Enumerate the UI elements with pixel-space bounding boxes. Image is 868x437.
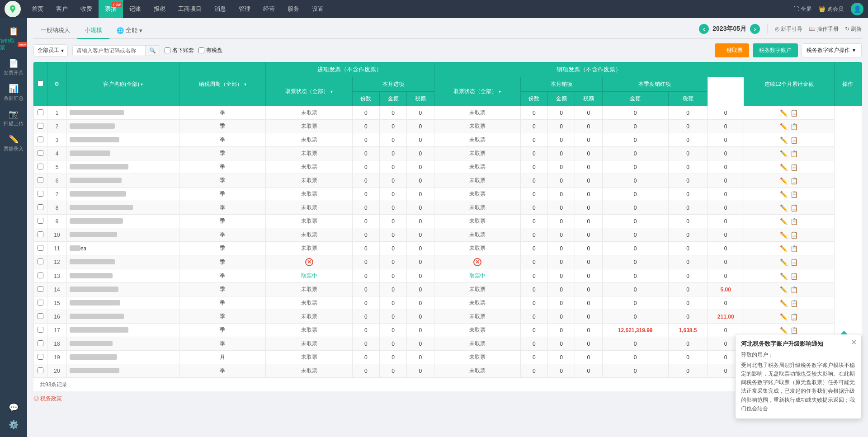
row-checkbox[interactable] — [38, 204, 43, 210]
account-checkbox[interactable] — [165, 47, 170, 53]
copy-icon[interactable]: 📋 — [790, 218, 798, 225]
settings-icon[interactable]: ⚙ — [54, 81, 59, 87]
copy-icon[interactable]: 📋 — [790, 123, 798, 130]
nav-business[interactable]: 工商项目 — [172, 0, 208, 18]
row-checkbox[interactable] — [38, 327, 43, 333]
sidebar-item-invoice-summary[interactable]: 📊 票据汇总 — [0, 80, 27, 105]
filter-icon[interactable]: ▾ — [141, 82, 143, 87]
edit-icon[interactable]: ✏️ — [780, 191, 788, 198]
search-input[interactable] — [73, 46, 145, 56]
tax-disk-checkbox[interactable] — [198, 47, 204, 53]
row-checkbox[interactable] — [38, 286, 43, 292]
edit-icon[interactable]: ✏️ — [780, 218, 788, 225]
tab-small-scale[interactable]: 小规模 — [77, 23, 109, 39]
edit-icon[interactable]: ✏️ — [780, 177, 788, 184]
nav-manage[interactable]: 管理 — [232, 0, 257, 18]
row-checkbox[interactable] — [38, 367, 43, 373]
app-logo[interactable] — [5, 1, 21, 17]
period-filter-icon[interactable]: ▾ — [244, 82, 246, 87]
nav-settings[interactable]: 设置 — [306, 0, 330, 18]
row-checkbox[interactable] — [38, 136, 43, 142]
sidebar-setting[interactable]: ⚙️ — [0, 417, 27, 432]
copy-icon[interactable]: 📋 — [790, 109, 798, 117]
tax-policy-link[interactable]: ◎ 税务政策 — [33, 395, 62, 402]
row-checkbox[interactable] — [38, 273, 43, 278]
row-checkbox[interactable] — [38, 313, 43, 319]
nav-invoice[interactable]: 票据 new — [99, 0, 123, 18]
nav-client[interactable]: 客户 — [50, 0, 74, 18]
row-checkbox[interactable] — [38, 340, 43, 346]
edit-icon[interactable]: ✏️ — [780, 327, 788, 334]
sidebar-item-scan-upload[interactable]: 📷 扫描上传 — [0, 105, 27, 131]
edit-icon[interactable]: ✏️ — [780, 136, 788, 144]
copy-icon[interactable]: 📋 — [790, 327, 798, 334]
refresh-button[interactable]: ↻ 刷新 — [845, 25, 862, 33]
copy-icon[interactable]: 📋 — [790, 313, 798, 320]
tab-all-capable[interactable]: 🌐 全能 ▾ — [109, 23, 150, 38]
edit-icon[interactable]: ✏️ — [780, 231, 788, 239]
fullscreen-button[interactable]: ⛶ 全屏 — [793, 5, 811, 13]
nav-message[interactable]: 消息 — [208, 0, 232, 18]
copy-icon[interactable]: 📋 — [790, 231, 798, 239]
manual-button[interactable]: 📖 操作手册 — [809, 25, 839, 33]
copy-icon[interactable]: 📋 — [790, 258, 798, 266]
select-all-checkbox[interactable] — [38, 80, 43, 86]
nav-tax[interactable]: 报税 — [147, 0, 172, 18]
edit-icon[interactable]: ✏️ — [780, 204, 788, 211]
row-checkbox[interactable] — [38, 258, 43, 264]
nav-service[interactable]: 服务 — [281, 0, 306, 18]
copy-icon[interactable]: 📋 — [790, 177, 798, 184]
user-avatar[interactable]: 👤 — [851, 3, 863, 15]
row-checkbox[interactable] — [38, 164, 43, 169]
notification-close-button[interactable]: ✕ — [851, 338, 857, 347]
row-checkbox[interactable] — [38, 109, 43, 115]
copy-icon[interactable]: 📋 — [790, 300, 798, 307]
period-prev-button[interactable]: ‹ — [699, 24, 709, 34]
row-checkbox[interactable] — [38, 123, 43, 129]
row-checkbox[interactable] — [38, 191, 43, 197]
row-checkbox[interactable] — [38, 354, 43, 360]
row-checkbox[interactable] — [38, 300, 43, 305]
copy-icon[interactable]: 📋 — [790, 286, 798, 293]
copy-icon[interactable]: 📋 — [790, 204, 798, 211]
sidebar-item-invoice-entry[interactable]: ✏️ 票据录入 — [0, 131, 27, 156]
copy-icon[interactable]: 📋 — [790, 245, 798, 252]
edit-icon[interactable]: ✏️ — [780, 258, 788, 266]
checkbox-account[interactable]: 名下账套 — [165, 47, 194, 54]
new-guide-button[interactable]: ◎ 新手引导 — [775, 25, 802, 33]
edit-icon[interactable]: ✏️ — [780, 123, 788, 130]
nav-operation[interactable]: 经营 — [257, 0, 281, 18]
checkbox-tax-disk[interactable]: 有税盘 — [198, 47, 222, 54]
copy-icon[interactable]: 📋 — [790, 273, 798, 280]
period-next-button[interactable]: › — [750, 24, 760, 34]
row-checkbox[interactable] — [38, 245, 43, 251]
edit-icon[interactable]: ✏️ — [780, 300, 788, 307]
sidebar-message[interactable]: 💬 — [0, 400, 27, 415]
employee-filter[interactable]: 全部员工 ▾ — [33, 44, 68, 56]
copy-icon[interactable]: 📋 — [790, 150, 798, 157]
edit-icon[interactable]: ✏️ — [780, 109, 788, 117]
digital-account-button[interactable]: 税务数字账户 — [753, 43, 798, 57]
edit-icon[interactable]: ✏️ — [780, 150, 788, 157]
nav-accounting[interactable]: 记账 — [123, 0, 147, 18]
edit-icon[interactable]: ✏️ — [780, 273, 788, 280]
row-checkbox[interactable] — [38, 218, 43, 224]
edit-icon[interactable]: ✏️ — [780, 286, 788, 293]
nav-home[interactable]: 首页 — [25, 0, 50, 18]
tab-general-taxpayer[interactable]: 一般纳税人 — [33, 23, 77, 38]
edit-icon[interactable]: ✏️ — [780, 245, 788, 252]
copy-icon[interactable]: 📋 — [790, 136, 798, 144]
search-button[interactable]: 🔍 — [145, 46, 160, 56]
row-checkbox[interactable] — [38, 150, 43, 156]
copy-icon[interactable]: 📋 — [790, 164, 798, 171]
edit-icon[interactable]: ✏️ — [780, 164, 788, 171]
one-click-invoice-button[interactable]: 一键取票 — [715, 43, 749, 57]
edit-icon[interactable]: ✏️ — [780, 313, 788, 320]
copy-icon[interactable]: 📋 — [790, 191, 798, 198]
row-checkbox[interactable] — [38, 177, 43, 183]
nav-billing[interactable]: 收费 — [74, 0, 99, 18]
input-status-filter-icon[interactable]: ▾ — [330, 89, 333, 94]
member-button[interactable]: 👑 购会员 — [819, 5, 844, 13]
digital-account-ops-button[interactable]: 税务数字账户操作 ▼ — [802, 43, 862, 57]
output-status-filter-icon[interactable]: ▾ — [499, 89, 501, 94]
